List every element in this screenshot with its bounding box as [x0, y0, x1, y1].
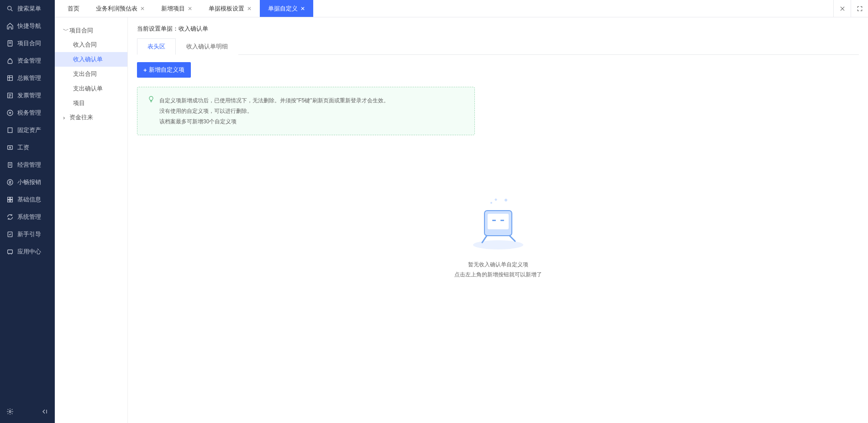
- sidebar-item-fixed-assets[interactable]: 固定资产: [0, 122, 55, 139]
- svg-point-0: [8, 6, 11, 10]
- tip-line-3: 该档案最多可新增30个自定义项: [159, 116, 389, 127]
- tab-bar: 首页 业务利润预估表✕ 新增项目✕ 单据模板设置✕ 单据自定义✕: [55, 0, 868, 17]
- sidebar-item-label: 快捷导航: [17, 22, 41, 30]
- sidebar-item-label: 新手引导: [17, 230, 41, 238]
- svg-point-32: [9, 411, 11, 412]
- plus-icon: +: [143, 67, 147, 74]
- sidebar-item-funds[interactable]: 资金管理: [0, 52, 55, 69]
- tab-bill-template[interactable]: 单据模板设置✕: [200, 0, 260, 17]
- svg-rect-29: [8, 250, 13, 254]
- content-area: 当前设置单据：收入确认单 表头区 收入确认单明细 + 新增自定义项 自定义项新增…: [128, 17, 868, 423]
- close-icon[interactable]: ✕: [247, 5, 252, 12]
- sidebar-item-label: 应用中心: [17, 248, 41, 256]
- sidebar-item-system[interactable]: 系统管理: [0, 208, 55, 226]
- search-icon: [6, 5, 14, 12]
- money-bag-icon: [6, 57, 14, 64]
- sidebar-item-salary[interactable]: 工资: [0, 139, 55, 156]
- ledger-icon: [6, 74, 14, 82]
- chevron-right-icon: ›: [63, 114, 68, 121]
- sidebar-item-guide[interactable]: 新手引导: [0, 226, 55, 243]
- svg-rect-25: [11, 197, 13, 200]
- tree-group-fund-transfer[interactable]: › 资金往来: [55, 111, 127, 124]
- sidebar-item-basic-info[interactable]: 基础信息: [0, 191, 55, 208]
- tab-label: 业务利润预估表: [96, 5, 137, 13]
- sidebar-item-tax[interactable]: 税务管理: [0, 104, 55, 122]
- close-all-tabs-button[interactable]: [833, 0, 851, 17]
- sidebar-item-label: 资金管理: [17, 57, 41, 65]
- settings-button[interactable]: [6, 408, 14, 417]
- sidebar-item-label: 总账管理: [17, 74, 41, 82]
- refresh-icon: [6, 213, 14, 221]
- lightbulb-icon: [147, 95, 155, 127]
- svg-point-19: [10, 147, 11, 148]
- sidebar-item-label: 小畅报销: [17, 178, 41, 186]
- tree-item-income-confirm[interactable]: 收入确认单: [55, 52, 127, 67]
- home-icon: [6, 22, 14, 30]
- tree-item-project[interactable]: 项目: [55, 96, 127, 111]
- svg-rect-27: [11, 200, 13, 202]
- sidebar-search-label: 搜索菜单: [17, 5, 41, 13]
- current-bill-label: 当前设置单据：收入确认单: [137, 25, 859, 33]
- tree-group-label: 资金往来: [69, 113, 93, 122]
- tip-line-2: 没有使用的自定义项，可以进行删除。: [159, 106, 389, 116]
- svg-rect-24: [8, 197, 10, 200]
- tree-item-expense-confirm[interactable]: 支出确认单: [55, 81, 127, 96]
- current-bill-prefix: 当前设置单据：: [137, 25, 179, 32]
- salary-icon: [6, 144, 14, 151]
- svg-line-1: [11, 10, 12, 11]
- info-grid-icon: [6, 196, 14, 203]
- xiaochang-icon: [6, 179, 14, 186]
- tab-home[interactable]: 首页: [59, 0, 88, 17]
- empty-subtitle: 点击左上角的新增按钮就可以新增了: [137, 270, 859, 280]
- svg-rect-5: [8, 76, 13, 81]
- svg-point-43: [505, 199, 507, 201]
- tab-bill-custom[interactable]: 单据自定义✕: [260, 0, 313, 17]
- content-tab-header-area[interactable]: 表头区: [137, 38, 176, 55]
- empty-title: 暂无收入确认单自定义项: [137, 260, 859, 270]
- sidebar-item-quick-nav[interactable]: 快捷导航: [0, 17, 55, 35]
- add-custom-field-button[interactable]: + 新增自定义项: [137, 62, 191, 78]
- sidebar-item-app-center[interactable]: 应用中心: [0, 243, 55, 260]
- sidebar-item-general-ledger[interactable]: 总账管理: [0, 69, 55, 87]
- close-icon[interactable]: ✕: [300, 5, 305, 12]
- sidebar-search-menu[interactable]: 搜索菜单: [0, 0, 55, 17]
- tab-profit-estimate[interactable]: 业务利润预估表✕: [88, 0, 153, 17]
- sidebar-item-label: 发票管理: [17, 91, 41, 100]
- close-icon[interactable]: ✕: [140, 5, 145, 12]
- invoice-icon: [6, 92, 14, 99]
- tab-label: 单据模板设置: [209, 5, 244, 13]
- tree-group-project-contract[interactable]: ﹀ 项目合同: [55, 24, 127, 37]
- tax-icon: [6, 109, 14, 116]
- sidebar-item-label: 基础信息: [17, 196, 41, 204]
- svg-rect-39: [500, 220, 504, 221]
- sidebar-item-label: 税务管理: [17, 109, 41, 117]
- sidebar-item-label: 项目合同: [17, 39, 41, 48]
- collapse-sidebar-button[interactable]: [41, 408, 48, 417]
- tab-label: 新增项目: [161, 5, 185, 13]
- building-icon: [6, 127, 14, 134]
- svg-rect-26: [8, 200, 10, 202]
- content-tab-detail[interactable]: 收入确认单明细: [176, 38, 238, 55]
- sidebar-item-invoice[interactable]: 发票管理: [0, 87, 55, 104]
- empty-state: 暂无收入确认单自定义项 点击左上角的新增按钮就可以新增了: [137, 135, 859, 280]
- tab-new-project[interactable]: 新增项目✕: [153, 0, 200, 17]
- sidebar-item-business-manage[interactable]: 经营管理: [0, 156, 55, 174]
- svg-rect-13: [8, 128, 12, 133]
- sidebar-item-xiaochang[interactable]: 小畅报销: [0, 174, 55, 191]
- sidebar-item-label: 固定资产: [17, 126, 41, 134]
- empty-illustration: [464, 190, 532, 252]
- sidebar-item-label: 工资: [17, 143, 29, 152]
- document-icon: [6, 40, 14, 47]
- clipboard-icon: [6, 161, 14, 169]
- close-icon[interactable]: ✕: [188, 5, 192, 12]
- sidebar-item-label: 经营管理: [17, 161, 41, 169]
- category-tree: ﹀ 项目合同 收入合同 收入确认单 支出合同 支出确认单 项目 › 资金往来: [55, 17, 128, 423]
- sidebar-item-project-contract[interactable]: 项目合同: [0, 35, 55, 52]
- tree-item-expense-contract[interactable]: 支出合同: [55, 67, 127, 81]
- svg-rect-37: [488, 214, 509, 229]
- tab-label: 首页: [68, 5, 79, 13]
- tree-item-income-contract[interactable]: 收入合同: [55, 37, 127, 52]
- fullscreen-button[interactable]: [851, 0, 868, 17]
- guide-icon: [6, 231, 14, 238]
- main: 首页 业务利润预估表✕ 新增项目✕ 单据模板设置✕ 单据自定义✕ ﹀ 项目合同 …: [55, 0, 868, 423]
